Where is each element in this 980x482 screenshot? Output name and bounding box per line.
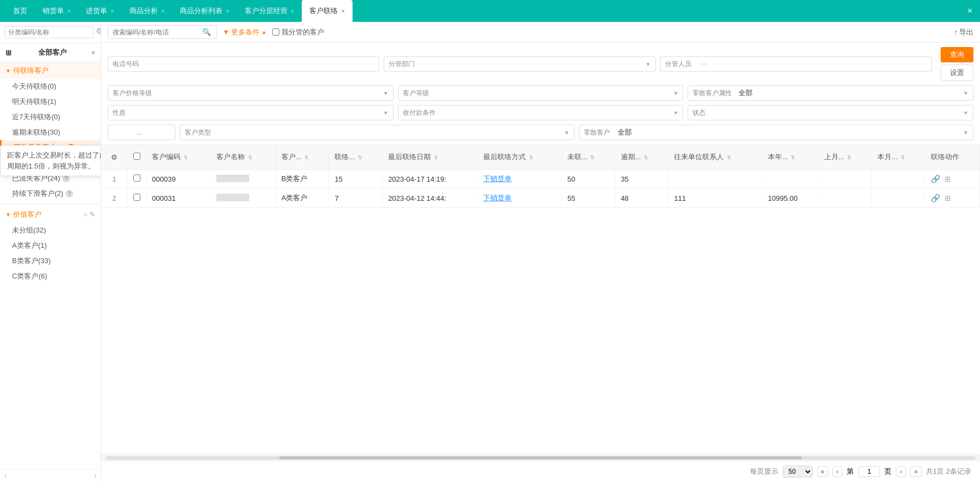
- scroll-thumb[interactable]: [279, 456, 801, 460]
- th-customer-name[interactable]: 客户名称 ⇅: [211, 145, 275, 170]
- sidebar-item-ungroup[interactable]: 未分组(32): [0, 223, 101, 238]
- phone-field[interactable]: 电话号码: [108, 56, 379, 72]
- circle-icon[interactable]: ○: [84, 211, 87, 218]
- link-action-icon[interactable]: 🔗: [931, 175, 940, 183]
- customer-level-field[interactable]: 客户等级 ▼: [398, 85, 684, 101]
- sort-icon: ⇅: [590, 155, 595, 160]
- th-last-contact-method[interactable]: 最后联络方式 ⇅: [478, 145, 562, 170]
- cell-actions: 🔗 ⊞: [925, 189, 980, 208]
- nav-tab-analysis[interactable]: 商品分析 ×: [122, 0, 172, 22]
- sidebar-all-customers[interactable]: ⊞ 全部客户 »: [0, 43, 101, 62]
- sidebar-search-icon[interactable]: 🔍: [96, 28, 101, 37]
- query-button[interactable]: 查询: [941, 47, 973, 62]
- th-settings: ⚙: [101, 145, 128, 170]
- nav-tab-home[interactable]: 首页: [5, 0, 35, 22]
- th-overdue[interactable]: 逾期... ⇅: [615, 145, 668, 170]
- th-last-month[interactable]: 上月... ⇅: [818, 145, 872, 170]
- edit-icon[interactable]: ✎: [90, 211, 95, 218]
- group-title-pending[interactable]: ▼ 待联络客户: [0, 62, 101, 79]
- sidebar-search-input[interactable]: [4, 26, 94, 38]
- sidebar-group-value-customer[interactable]: ▼ 价值客户 ○ ✎: [0, 206, 101, 223]
- help-icon: ?: [66, 190, 73, 198]
- my-customers-check[interactable]: [272, 28, 279, 36]
- last-page-button[interactable]: »: [910, 466, 922, 477]
- sidebar-item-overdue[interactable]: 逾期未联络(30): [0, 125, 101, 140]
- nav-tab-customer-segment[interactable]: 客户分层经营 ×: [237, 0, 302, 22]
- next-page-button[interactable]: ›: [896, 466, 906, 477]
- collapse-button[interactable]: »: [91, 49, 95, 56]
- more-dots-field[interactable]: ...: [108, 125, 175, 140]
- tab-label: 客户联络: [309, 6, 338, 16]
- nav-tab-purchase[interactable]: 进货单 ×: [78, 0, 121, 22]
- grid-action-icon[interactable]: ⊞: [944, 194, 951, 202]
- nav-tab-customer-contact[interactable]: 客户联络 ×: [302, 0, 352, 22]
- page-label2: 页: [884, 467, 891, 477]
- sidebar-item-class-a[interactable]: A类客户(1): [0, 238, 101, 253]
- sidebar-item-class-b[interactable]: B类客户(33): [0, 253, 101, 269]
- nav-tab-sales[interactable]: 销货单 ×: [35, 0, 78, 22]
- my-customers-checkbox[interactable]: 我分管的客户: [272, 27, 324, 37]
- status-field[interactable]: 状态 ▼: [688, 105, 973, 120]
- retail-attr-field[interactable]: 零散客户属性 全部 ▼: [688, 85, 973, 101]
- department-field[interactable]: 分管部门 ▼: [384, 56, 655, 72]
- horizontal-scrollbar[interactable]: [101, 454, 980, 461]
- sidebar-item-declining[interactable]: 持续下滑客户(2) ?: [0, 186, 101, 201]
- table-settings-icon[interactable]: ⚙: [107, 149, 122, 165]
- close-icon[interactable]: ×: [67, 8, 71, 14]
- close-icon[interactable]: ×: [226, 8, 229, 14]
- link-action-icon[interactable]: 🔗: [931, 194, 940, 202]
- row-checkbox[interactable]: [128, 170, 146, 189]
- gender-field[interactable]: 性质 ▼: [108, 105, 394, 120]
- export-button[interactable]: ↑ 导出: [954, 27, 974, 37]
- chevron-down-icon: ▼: [383, 90, 389, 96]
- sidebar-item-today[interactable]: 今天待联络(0): [0, 79, 101, 94]
- search-input[interactable]: [113, 28, 200, 36]
- chevron-left-icon[interactable]: ‹: [4, 472, 7, 480]
- payment-field[interactable]: 收付款条件 ▼: [398, 105, 684, 120]
- cell-last-method[interactable]: 下销货单: [478, 189, 562, 208]
- close-icon[interactable]: ×: [291, 8, 294, 14]
- sort-icon: ⇅: [847, 155, 852, 160]
- cell-contact-count: 7: [329, 189, 383, 208]
- nav-tab-analysis-list[interactable]: 商品分析列表 ×: [172, 0, 237, 22]
- chevron-right-icon[interactable]: ›: [94, 472, 96, 480]
- price-level-field[interactable]: 客户价格等级 ▼: [108, 85, 394, 101]
- chevron-down-icon: ▼: [963, 90, 969, 96]
- scroll-track[interactable]: [105, 456, 976, 460]
- cell-last-method[interactable]: 下销货单: [478, 170, 562, 189]
- page-number-input[interactable]: [858, 466, 880, 477]
- select-all-checkbox[interactable]: [133, 153, 140, 160]
- th-customer-code[interactable]: 客户编码 ⇅: [146, 145, 211, 170]
- row-select-checkbox[interactable]: [133, 175, 140, 182]
- search-wrap: 🔍: [108, 25, 217, 39]
- close-icon[interactable]: ×: [161, 8, 165, 14]
- more-conditions-button[interactable]: ▼ 更多条件 ▲: [222, 27, 267, 37]
- more-icon[interactable]: ···: [697, 59, 708, 69]
- grid-action-icon[interactable]: ⊞: [944, 175, 951, 183]
- customer-type-field[interactable]: 客户类型 ▼: [180, 125, 574, 140]
- sidebar-item-class-c[interactable]: C类客户(6): [0, 269, 101, 284]
- tab-label: 商品分析: [130, 6, 158, 16]
- per-page-select[interactable]: 50 100: [783, 466, 813, 478]
- row-checkbox[interactable]: [128, 189, 146, 208]
- retail-customer-field[interactable]: 零散客户 全部 ▼: [579, 125, 973, 140]
- th-contact-count[interactable]: 联络... ⇅: [329, 145, 383, 170]
- th-uncontacted[interactable]: 未联... ⇅: [561, 145, 615, 170]
- th-customer-type[interactable]: 客户... ⇅: [275, 145, 329, 170]
- th-contacts[interactable]: 往来单位联系人 ⇅: [668, 145, 762, 170]
- first-page-button[interactable]: «: [817, 466, 829, 477]
- close-icon[interactable]: ×: [110, 8, 114, 14]
- th-last-contact-date[interactable]: 最后联络日期 ⇅: [383, 145, 478, 170]
- row-select-checkbox[interactable]: [133, 194, 140, 201]
- cell-year-amount: [762, 170, 819, 189]
- close-all-button[interactable]: ×: [967, 6, 972, 16]
- manager-field[interactable]: 分管人员 ···: [660, 56, 932, 72]
- prev-page-button[interactable]: ‹: [832, 466, 842, 477]
- tab-label: 进货单: [86, 6, 107, 16]
- setting-button[interactable]: 设置: [941, 65, 973, 81]
- sidebar-item-7days[interactable]: 近7天待联络(0): [0, 109, 101, 125]
- th-this-month[interactable]: 本月... ⇅: [872, 145, 925, 170]
- sidebar-item-tomorrow[interactable]: 明天待联络(1): [0, 94, 101, 109]
- close-icon[interactable]: ×: [341, 8, 344, 14]
- th-year-amount[interactable]: 本年... ⇅: [762, 145, 819, 170]
